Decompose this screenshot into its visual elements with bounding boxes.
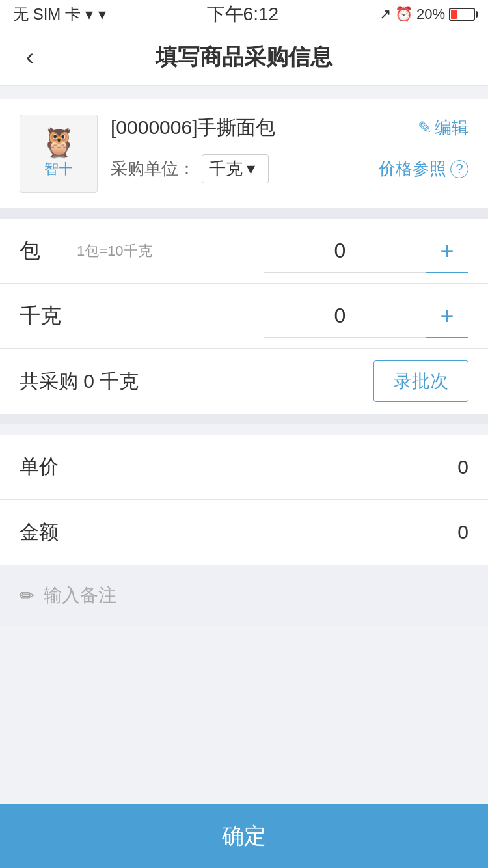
unit-price-label: 单价 xyxy=(20,454,59,480)
kg-input-row: 千克 + xyxy=(0,284,488,349)
unit-price-row: 单价 0 xyxy=(0,435,488,500)
product-logo-label: 智十 xyxy=(44,159,73,179)
amount-row: 金额 0 xyxy=(0,500,488,565)
battery-icon xyxy=(449,8,475,21)
product-image: 🦉 智十 xyxy=(20,115,98,193)
kg-label: 千克 xyxy=(20,302,72,331)
battery-percent: 20% xyxy=(416,6,445,23)
amount-label: 金额 xyxy=(20,519,59,546)
status-time: 下午6:12 xyxy=(207,2,279,27)
unit-row: 采购单位： 千克 ▾ 价格参照 ? xyxy=(111,154,468,183)
bag-input[interactable] xyxy=(264,230,426,273)
bag-sub-label: 1包=10千克 xyxy=(77,241,152,261)
remark-placeholder: 输入备注 xyxy=(44,583,116,608)
location-icon: ↗ xyxy=(379,6,391,23)
input-section: 包 1包=10千克 + 千克 + xyxy=(0,219,488,349)
bag-plus-button[interactable]: + xyxy=(426,230,468,273)
section-divider-1 xyxy=(0,208,488,219)
amount-value: 0 xyxy=(457,521,468,543)
unit-select[interactable]: 千克 ▾ xyxy=(202,154,269,183)
product-name-row: [0000006]手撕面包 ✎ 编辑 xyxy=(111,115,468,141)
wifi-icon: ▾ xyxy=(98,5,106,23)
unit-value: 千克 xyxy=(209,157,243,180)
unit-label: 采购单位： xyxy=(111,157,195,180)
bag-input-row: 包 1包=10千克 + xyxy=(0,219,488,284)
edit-icon: ✎ xyxy=(418,118,432,138)
pencil-icon: ✏ xyxy=(20,585,34,606)
kg-input[interactable] xyxy=(264,295,426,338)
sim-status: 无 SIM 卡 ▾ xyxy=(13,4,93,25)
status-left: 无 SIM 卡 ▾ ▾ xyxy=(13,4,106,25)
status-bar: 无 SIM 卡 ▾ ▾ 下午6:12 ↗ ⏰ 20% xyxy=(0,0,488,29)
product-info: [0000006]手撕面包 ✎ 编辑 采购单位： 千克 ▾ 价格参照 ? xyxy=(111,115,468,183)
product-name: [0000006]手撕面包 xyxy=(111,115,275,141)
edit-button[interactable]: ✎ 编辑 xyxy=(418,116,468,139)
summary-text: 共采购 0 千克 xyxy=(20,368,139,395)
status-right: ↗ ⏰ 20% xyxy=(379,6,475,23)
price-section: 单价 0 金额 0 xyxy=(0,435,488,565)
record-batch-button[interactable]: 录批次 xyxy=(373,360,468,402)
remark-section[interactable]: ✏ 输入备注 xyxy=(0,565,488,626)
price-ref-label: 价格参照 xyxy=(379,157,446,180)
nav-bar: ‹ 填写商品采购信息 xyxy=(0,29,488,86)
price-ref-button[interactable]: 价格参照 ? xyxy=(379,157,468,180)
unit-price-value: 0 xyxy=(457,456,468,478)
edit-label: 编辑 xyxy=(435,116,468,139)
back-button[interactable]: ‹ xyxy=(20,37,40,77)
confirm-button[interactable]: 确定 xyxy=(0,804,488,868)
product-logo-icon: 🦉 xyxy=(41,128,77,157)
section-divider-2 xyxy=(0,414,488,424)
price-ref-icon: ? xyxy=(450,160,468,178)
dropdown-icon: ▾ xyxy=(247,159,255,179)
alarm-icon: ⏰ xyxy=(395,6,413,23)
page-title: 填写商品采购信息 xyxy=(156,42,332,72)
summary-row: 共采购 0 千克 录批次 xyxy=(0,349,488,414)
bag-label: 包 xyxy=(20,237,72,265)
kg-plus-button[interactable]: + xyxy=(426,295,468,338)
product-card: 🦉 智十 [0000006]手撕面包 ✎ 编辑 采购单位： 千克 ▾ xyxy=(0,99,488,208)
